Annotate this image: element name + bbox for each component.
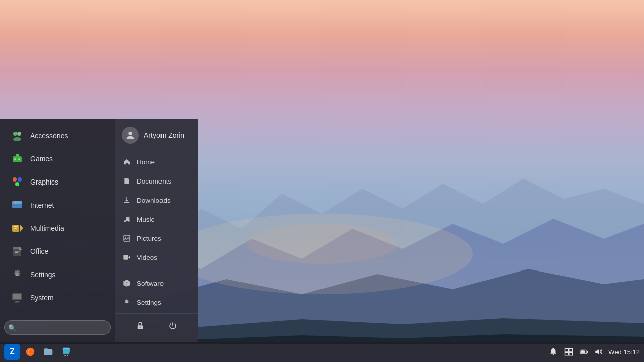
place-videos-label: Videos xyxy=(137,254,157,261)
svg-rect-41 xyxy=(123,255,128,259)
place-music[interactable]: Music xyxy=(115,210,198,229)
accessories-icon xyxy=(10,129,24,143)
svg-point-19 xyxy=(13,202,15,204)
avatar xyxy=(122,127,139,144)
svg-rect-51 xyxy=(569,348,573,352)
svg-rect-35 xyxy=(14,302,20,303)
svg-point-48 xyxy=(64,355,66,356)
downloads-icon xyxy=(122,195,132,205)
screen-layout-button[interactable] xyxy=(563,346,574,357)
svg-rect-33 xyxy=(13,294,21,299)
search-bar xyxy=(0,317,115,338)
svg-point-15 xyxy=(18,177,22,182)
place-documents[interactable]: Documents xyxy=(115,171,198,191)
svg-point-9 xyxy=(13,137,21,141)
software-icon xyxy=(122,278,132,288)
battery-button[interactable] xyxy=(578,346,589,357)
settings-places-icon xyxy=(122,297,132,307)
videos-icon xyxy=(122,252,132,262)
multimedia-label: Multimedia xyxy=(30,224,64,232)
office-icon xyxy=(10,244,24,258)
svg-marker-23 xyxy=(20,225,23,232)
categories-panel: Accessories Games Graphics xyxy=(0,119,115,342)
place-software[interactable]: Software xyxy=(115,274,198,293)
category-graphics[interactable]: Graphics xyxy=(2,171,113,193)
pictures-icon xyxy=(122,233,132,243)
taskbar-left: Z xyxy=(4,344,74,360)
place-settings[interactable]: Settings xyxy=(115,293,198,312)
svg-point-8 xyxy=(17,132,21,136)
category-office[interactable]: Office xyxy=(2,240,113,262)
place-videos[interactable]: Videos xyxy=(115,248,198,267)
place-pictures[interactable]: Pictures xyxy=(115,229,198,248)
settings-cat-label: Settings xyxy=(30,270,56,279)
svg-point-6 xyxy=(247,224,397,264)
svg-rect-55 xyxy=(581,351,585,353)
app-menu: Accessories Games Graphics xyxy=(0,119,198,342)
search-input[interactable] xyxy=(4,320,111,335)
lock-button[interactable] xyxy=(132,318,148,334)
category-accessories[interactable]: Accessories xyxy=(2,125,113,147)
svg-point-20 xyxy=(15,202,17,204)
svg-rect-50 xyxy=(565,348,569,352)
svg-rect-25 xyxy=(14,228,17,229)
place-home-label: Home xyxy=(137,158,155,166)
accessories-label: Accessories xyxy=(30,132,68,140)
category-internet[interactable]: Internet xyxy=(2,194,113,216)
svg-point-45 xyxy=(139,327,141,328)
category-settings[interactable]: Settings xyxy=(2,263,113,286)
place-settings-label: Settings xyxy=(137,299,162,306)
files-button[interactable] xyxy=(40,344,56,360)
svg-point-16 xyxy=(15,182,19,186)
firefox-button[interactable] xyxy=(22,344,38,360)
volume-button[interactable] xyxy=(593,346,604,357)
svg-point-14 xyxy=(13,177,17,182)
place-pictures-label: Pictures xyxy=(137,235,162,242)
taskbar-right: Wed 15:12 xyxy=(548,346,640,357)
multimedia-icon xyxy=(10,221,24,235)
places-panel: Artyom Zorin Home Documents xyxy=(115,119,198,342)
place-downloads-label: Downloads xyxy=(137,197,171,204)
user-header[interactable]: Artyom Zorin xyxy=(115,119,198,152)
graphics-label: Graphics xyxy=(30,178,58,186)
notifications-button[interactable] xyxy=(548,346,559,357)
svg-rect-52 xyxy=(565,353,569,355)
taskbar: Z xyxy=(0,342,644,362)
svg-rect-29 xyxy=(15,252,18,253)
place-software-label: Software xyxy=(137,280,164,287)
svg-point-38 xyxy=(128,220,130,222)
category-multimedia[interactable]: Multimedia xyxy=(2,217,113,239)
datetime: Wed 15:12 xyxy=(608,348,640,356)
music-icon xyxy=(122,214,132,224)
svg-point-13 xyxy=(18,158,20,160)
graphics-icon xyxy=(10,175,24,189)
svg-rect-28 xyxy=(15,251,20,252)
games-icon xyxy=(10,152,24,166)
zorin-logo-button[interactable]: Z xyxy=(4,344,20,360)
category-system[interactable]: System xyxy=(2,287,113,309)
svg-rect-10 xyxy=(13,156,22,162)
place-documents-label: Documents xyxy=(137,177,171,185)
svg-rect-53 xyxy=(569,353,573,355)
svg-point-37 xyxy=(124,220,126,222)
power-button[interactable] xyxy=(165,318,181,334)
separator xyxy=(122,270,191,270)
svg-point-7 xyxy=(13,132,17,136)
svg-marker-42 xyxy=(128,256,130,259)
svg-point-36 xyxy=(128,132,132,135)
svg-point-21 xyxy=(17,202,19,204)
home-icon xyxy=(122,157,132,167)
svg-point-40 xyxy=(125,237,126,238)
documents-icon xyxy=(122,176,132,186)
panel-bottom-actions xyxy=(115,313,198,338)
svg-point-49 xyxy=(67,355,68,356)
internet-icon xyxy=(10,198,24,212)
place-home[interactable]: Home xyxy=(115,152,198,171)
software-store-button[interactable] xyxy=(58,344,74,360)
category-games[interactable]: Games xyxy=(2,148,113,170)
place-downloads[interactable]: Downloads xyxy=(115,191,198,210)
office-label: Office xyxy=(30,247,48,255)
place-music-label: Music xyxy=(137,216,154,223)
svg-rect-11 xyxy=(16,154,19,156)
games-label: Games xyxy=(30,155,53,163)
